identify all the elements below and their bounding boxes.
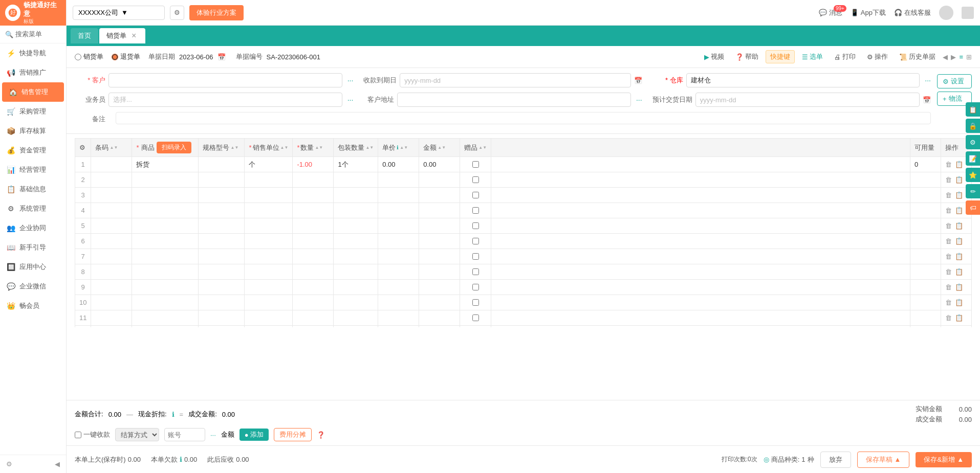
delete-icon[interactable]: 🗑: [945, 176, 952, 184]
topbar-settings-btn[interactable]: ⚙: [170, 6, 184, 20]
payment-date-input[interactable]: yyyy-mm-dd: [400, 73, 630, 87]
fee-split-button[interactable]: 费用分摊: [274, 428, 312, 441]
view-list-icon[interactable]: ≡: [959, 53, 963, 61]
row-product-1[interactable]: 拆货: [132, 157, 199, 172]
delivery-date-input[interactable]: yyyy-mm-dd: [695, 93, 920, 107]
radio-sales-order[interactable]: 销货单: [75, 52, 103, 61]
delete-icon[interactable]: 🗑: [945, 299, 952, 306]
panel-btn-1[interactable]: 📋: [966, 102, 980, 117]
toolbar-shortcut-btn[interactable]: 快捷键: [766, 50, 795, 63]
toolbar-print-btn[interactable]: 🖨 打印: [830, 51, 860, 63]
copy-icon[interactable]: 📋: [955, 191, 963, 199]
toolbar-history-btn[interactable]: 📜 历史单据: [895, 51, 940, 63]
sidebar-item-wechat[interactable]: 💬 企业微信: [0, 277, 66, 296]
toolbar-help-btn[interactable]: ❓ 帮助: [731, 51, 763, 63]
message-button[interactable]: 💬 消息 99+: [819, 8, 842, 17]
abandon-button[interactable]: 放弃: [820, 452, 851, 468]
sidebar-item-app-center[interactable]: 🔲 应用中心: [0, 257, 66, 277]
copy-icon[interactable]: 📋: [955, 237, 963, 245]
warehouse-input[interactable]: 建材仓: [686, 73, 920, 87]
one-click-payment-checkbox[interactable]: 一键收款: [75, 430, 110, 439]
sidebar-search[interactable]: 🔍 搜索菜单: [0, 26, 66, 43]
sidebar-item-sales[interactable]: 🏠 销售管理: [2, 82, 64, 102]
save-draft-button[interactable]: 保存草稿 ▲: [857, 452, 910, 468]
toolbar-select-btn[interactable]: ☰ 选单: [798, 51, 827, 63]
sales-rep-more-btn[interactable]: ···: [347, 96, 354, 104]
customer-more-btn[interactable]: ···: [347, 76, 354, 84]
sidebar-item-system[interactable]: ⚙ 系统管理: [0, 199, 66, 218]
delete-icon[interactable]: 🗑: [945, 268, 952, 276]
sidebar-item-collab[interactable]: 👥 企业协同: [0, 218, 66, 238]
calendar-icon-date[interactable]: 📅: [217, 53, 226, 61]
settings-button[interactable]: ⚙ ⚙ 设置 设置: [937, 74, 972, 88]
toolbar-operate-btn[interactable]: ⚙ 操作: [863, 51, 892, 63]
help-circle-icon[interactable]: ℹ: [172, 411, 175, 418]
delete-icon[interactable]: 🗑: [945, 237, 952, 245]
copy-icon[interactable]: 📋: [955, 314, 963, 322]
copy-icon[interactable]: 📋: [955, 176, 963, 184]
row-price-1[interactable]: 0.00: [378, 157, 419, 172]
copy-icon[interactable]: 📋: [955, 268, 963, 276]
delete-icon[interactable]: 🗑: [945, 161, 952, 168]
customer-addr-input[interactable]: [397, 93, 631, 107]
row-amount-1[interactable]: 0.00: [419, 157, 460, 172]
scan-btn[interactable]: 扫码录入: [157, 142, 191, 153]
delete-icon[interactable]: 🗑: [945, 207, 952, 214]
sidebar-item-guide[interactable]: 📖 新手引导: [0, 238, 66, 257]
copy-icon[interactable]: 📋: [955, 222, 963, 230]
row-qty-1[interactable]: -1.00: [293, 157, 334, 172]
online-service-button[interactable]: 🎧 在线客服: [894, 8, 931, 17]
customer-input[interactable]: [108, 73, 342, 87]
account-more-btn[interactable]: ···: [210, 431, 216, 439]
sidebar-item-marketing[interactable]: 📢 营销推广: [0, 63, 66, 82]
add-payment-button[interactable]: ● 添加: [239, 429, 269, 441]
nav-next-icon[interactable]: ▶: [951, 53, 956, 61]
tab-home[interactable]: 首页: [71, 28, 98, 43]
app-download-button[interactable]: 📱 App下载: [851, 8, 886, 17]
sidebar-item-finance[interactable]: 💰 资金管理: [0, 141, 66, 160]
calendar-icon-payment[interactable]: 📅: [634, 77, 642, 84]
delete-icon[interactable]: 🗑: [945, 283, 952, 291]
collapse-icon[interactable]: ◀: [55, 460, 60, 468]
sidebar-item-inventory[interactable]: 📦 库存核算: [0, 121, 66, 141]
sidebar-item-basics[interactable]: 📋 基础信息: [0, 179, 66, 199]
settings-icon[interactable]: ⚙: [79, 144, 85, 151]
copy-icon[interactable]: 📋: [955, 253, 963, 260]
panel-btn-2[interactable]: 🔒: [966, 119, 980, 133]
row-spec-1[interactable]: [199, 157, 245, 172]
tab-sales-order[interactable]: 销货单 ×: [99, 28, 145, 43]
sidebar-item-quick-nav[interactable]: ⚡ 快捷导航: [0, 43, 66, 63]
fee-help-icon[interactable]: ❓: [317, 431, 325, 439]
tab-close-btn[interactable]: ×: [129, 31, 138, 40]
addr-more-btn[interactable]: ···: [636, 96, 642, 104]
account-input[interactable]: [164, 428, 205, 441]
copy-icon[interactable]: 📋: [955, 207, 963, 214]
sidebar-item-operations[interactable]: 📊 经营管理: [0, 160, 66, 179]
panel-btn-7[interactable]: 🏷: [966, 200, 980, 215]
copy-icon[interactable]: 📋: [955, 161, 963, 168]
sidebar-item-member[interactable]: 👑 畅会员: [0, 296, 66, 316]
delete-icon[interactable]: 🗑: [945, 253, 952, 260]
sales-rep-input[interactable]: 选择...: [108, 93, 342, 107]
row-unit-1[interactable]: 个: [245, 157, 293, 172]
view-grid-icon[interactable]: ⊞: [966, 53, 972, 61]
toolbar-video-btn[interactable]: ▶ 视频: [700, 51, 728, 63]
radio-return-order[interactable]: 退货单: [112, 52, 140, 61]
note-input[interactable]: [116, 112, 931, 124]
panel-btn-6[interactable]: ✏: [966, 184, 980, 198]
save-new-button[interactable]: 保存&新增 ▲: [916, 452, 972, 467]
user-avatar[interactable]: [939, 6, 953, 20]
row-barcode-1[interactable]: [91, 157, 132, 172]
row-pkg-qty-1[interactable]: 1个: [334, 157, 378, 172]
copy-icon[interactable]: 📋: [955, 299, 963, 306]
warehouse-more-btn[interactable]: ···: [925, 76, 931, 84]
copy-icon[interactable]: 📋: [955, 283, 963, 291]
nav-prev-icon[interactable]: ◀: [943, 53, 948, 61]
sidebar-item-purchase[interactable]: 🛒 采购管理: [0, 102, 66, 121]
user-menu-btn[interactable]: [962, 7, 974, 19]
delete-icon[interactable]: 🗑: [945, 191, 952, 199]
row-gift-1[interactable]: [460, 157, 491, 172]
trial-button[interactable]: 体验行业方案: [189, 5, 244, 20]
calendar-icon-delivery[interactable]: 📅: [923, 96, 931, 104]
payment-method-select[interactable]: 结算方式: [115, 428, 159, 441]
